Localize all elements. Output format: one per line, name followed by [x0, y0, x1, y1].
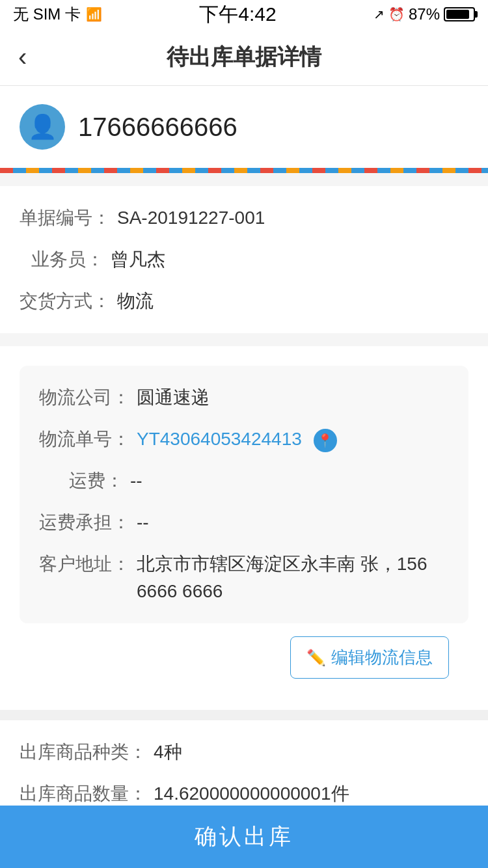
dashed-divider — [0, 168, 488, 173]
sales-person-row: 业务员： 曾凡杰 — [20, 246, 468, 273]
goods-type-label: 出库商品种类： — [20, 739, 154, 766]
location-icon: ↗ — [373, 7, 385, 22]
freight-bear-value: -- — [137, 509, 449, 536]
sales-person-label: 业务员： — [20, 246, 111, 273]
goods-quantity-row: 出库商品数量： 14.620000000000001件 — [20, 780, 468, 807]
page-title: 待出库单据详情 — [167, 42, 321, 72]
address-value: 北京市市辖区海淀区永丰南 张，156 6666 6666 — [137, 550, 449, 605]
delivery-method-value: 物流 — [117, 288, 468, 315]
avatar-icon: 👤 — [28, 113, 57, 141]
address-label: 客户地址： — [39, 550, 137, 578]
goods-quantity-value: 14.620000000000001件 — [154, 780, 468, 807]
logistics-company-row: 物流公司： 圆通速递 — [39, 384, 449, 411]
confirm-btn-wrap: 确认出库 — [0, 806, 488, 868]
order-no-label: 单据编号： — [20, 204, 117, 232]
address-row: 客户地址： 北京市市辖区海淀区永丰南 张，156 6666 6666 — [39, 550, 449, 605]
freight-bear-label: 运费承担： — [39, 509, 137, 536]
alarm-icon: ⏰ — [388, 7, 405, 22]
logistics-section: 物流公司： 圆通速递 物流单号： YT43064053424413 📍 运费： … — [0, 346, 488, 710]
delivery-method-label: 交货方式： — [20, 288, 117, 315]
order-no-row: 单据编号： SA-20191227-001 — [20, 204, 468, 232]
nav-bar: ‹ 待出库单据详情 — [0, 29, 488, 86]
logistics-card: 物流公司： 圆通速递 物流单号： YT43064053424413 📍 运费： … — [20, 366, 468, 623]
goods-quantity-label: 出库商品数量： — [20, 780, 154, 807]
tracking-value: YT43064053424413 📍 — [137, 426, 449, 453]
edit-logistics-row: ✏️ 编辑物流信息 — [20, 623, 468, 692]
avatar: 👤 — [20, 104, 65, 150]
freight-value: -- — [130, 467, 449, 495]
logistics-company-value: 圆通速递 — [137, 384, 449, 411]
logistics-company-label: 物流公司： — [39, 384, 137, 411]
carrier-label: 无 SIM 卡 — [13, 4, 81, 25]
edit-logistics-label: 编辑物流信息 — [331, 646, 433, 669]
battery-percent: 87% — [409, 5, 440, 23]
order-info-section: 单据编号： SA-20191227-001 业务员： 曾凡杰 交货方式： 物流 — [0, 186, 488, 333]
back-button[interactable]: ‹ — [18, 42, 27, 72]
battery-icon — [444, 7, 475, 21]
location-pin-icon[interactable]: 📍 — [314, 429, 337, 452]
freight-label: 运费： — [39, 467, 130, 495]
delivery-method-row: 交货方式： 物流 — [20, 288, 468, 315]
separator — [0, 710, 488, 720]
order-no-value: SA-20191227-001 — [117, 204, 468, 232]
wifi-icon: 📶 — [86, 7, 102, 22]
tracking-label: 物流单号： — [39, 426, 137, 453]
tracking-row: 物流单号： YT43064053424413 📍 — [39, 426, 449, 453]
edit-logistics-button[interactable]: ✏️ 编辑物流信息 — [290, 636, 449, 679]
goods-type-value: 4种 — [154, 739, 468, 766]
customer-header: 👤 17666666666 — [0, 86, 488, 168]
confirm-outbound-button[interactable]: 确认出库 — [195, 822, 293, 852]
freight-row: 运费： -- — [39, 467, 449, 495]
status-bar: 无 SIM 卡 📶 下午4:42 ↗ ⏰ 87% — [0, 0, 488, 29]
status-left: 无 SIM 卡 📶 — [13, 4, 102, 25]
status-right: ↗ ⏰ 87% — [373, 5, 475, 23]
edit-icon: ✏️ — [306, 649, 326, 667]
goods-type-row: 出库商品种类： 4种 — [20, 739, 468, 766]
sales-person-value: 曾凡杰 — [111, 246, 468, 273]
status-time: 下午4:42 — [199, 1, 276, 28]
customer-phone: 17666666666 — [78, 113, 237, 142]
freight-bear-row: 运费承担： -- — [39, 509, 449, 536]
